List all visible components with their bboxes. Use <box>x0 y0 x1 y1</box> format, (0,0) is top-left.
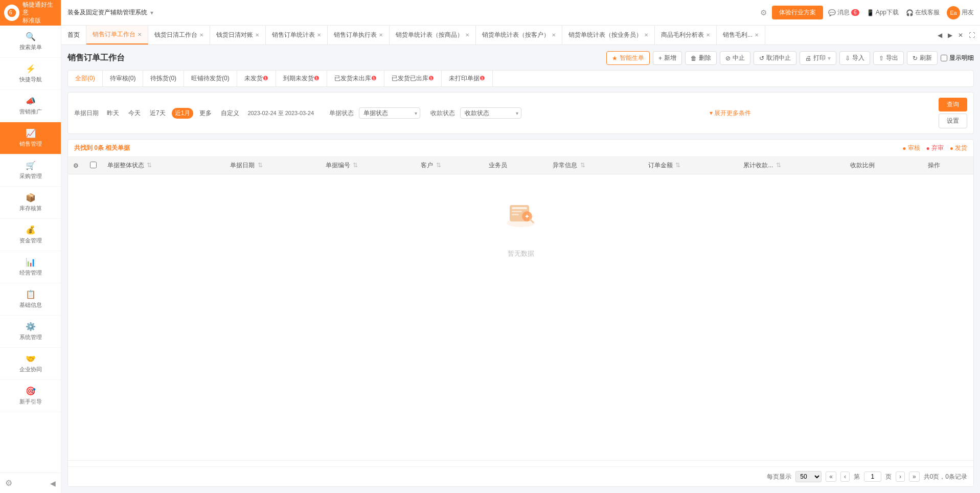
sidebar-item-purchase[interactable]: 🛒 采购管理 <box>0 154 61 187</box>
print-dropdown-icon[interactable]: ▾ <box>828 55 831 62</box>
message-action[interactable]: 💬 消息 6 <box>828 8 859 17</box>
first-page-btn[interactable]: « <box>826 472 836 482</box>
dropdown-arrow-icon[interactable]: ▾ <box>150 9 153 16</box>
tab-close-icon[interactable]: ✕ <box>706 32 710 38</box>
tab-sales-by-product[interactable]: 销货单统计表（按商品） ✕ <box>390 26 476 44</box>
smart-create-btn[interactable]: ★ 智能生单 <box>606 51 650 65</box>
sub-tab-pending-audit[interactable]: 待审核(0) <box>103 71 144 86</box>
online-service-action[interactable]: 🎧 在线客服 <box>906 8 940 17</box>
tab-close-icon[interactable]: ✕ <box>199 32 203 38</box>
next-page-btn[interactable]: › <box>896 472 905 482</box>
tab-order-exec[interactable]: 销售订单执行表 ✕ <box>328 26 390 44</box>
sidebar-item-guide[interactable]: 🎯 新手引导 <box>0 380 61 412</box>
per-page-select[interactable]: 50 100 200 <box>795 471 822 482</box>
query-btn[interactable]: 查询 <box>939 98 967 111</box>
empty-state: 暂无数据 <box>68 174 973 279</box>
payment-select[interactable]: 收款状态 <box>460 107 521 119</box>
sort-date-icon[interactable]: ⇅ <box>258 162 263 169</box>
sub-tab-unprinted[interactable]: 未打印单据❶ <box>442 71 493 86</box>
page-input[interactable] <box>864 472 881 482</box>
sidebar-item-cooperation[interactable]: 🤝 企业协同 <box>0 348 61 380</box>
sidebar-item-operations[interactable]: 📊 经营管理 <box>0 251 61 283</box>
sort-abnormal-icon[interactable]: ⇅ <box>580 162 585 169</box>
sort-cumulative-icon[interactable]: ⇅ <box>776 162 781 169</box>
sidebar-settings-icon[interactable]: ⚙ <box>5 478 12 488</box>
date-btn-1month[interactable]: 近1月 <box>172 108 194 119</box>
sub-tab-all[interactable]: 全部(0) <box>68 71 103 86</box>
unaudit-action-btn[interactable]: ● 弃审 <box>926 144 944 152</box>
last-page-btn[interactable]: » <box>909 472 920 482</box>
tab-nav-next[interactable]: ▶ <box>946 31 954 40</box>
tab-close-icon[interactable]: ✕ <box>755 32 759 38</box>
tab-gross-margin[interactable]: 商品毛利分析表 ✕ <box>655 26 717 44</box>
horizontal-scrollbar[interactable] <box>68 460 973 466</box>
setting-btn[interactable]: 设置 <box>939 114 967 128</box>
sidebar-collapse-icon[interactable]: ◀ <box>50 479 56 487</box>
sidebar-item-search[interactable]: 🔍 搜索菜单 <box>0 26 61 58</box>
tab-daily-clear[interactable]: 钱货日清工作台 ✕ <box>148 26 210 44</box>
tab-close-all[interactable]: ✕ <box>956 31 965 40</box>
sub-tab-pending-pick[interactable]: 待拣货(0) <box>143 71 184 86</box>
tab-close-icon[interactable]: ✕ <box>465 32 469 38</box>
trial-btn[interactable]: 体验行业方案 <box>772 6 823 19</box>
tab-nav-prev[interactable]: ◀ <box>936 31 944 40</box>
ship-action-btn[interactable]: ● 发货 <box>950 144 967 152</box>
cancel-stop-btn[interactable]: ↺ 取消中止 <box>754 51 796 65</box>
th-setting[interactable]: ⚙ <box>68 157 84 174</box>
tab-reconciliation[interactable]: 钱货日清对账 ✕ <box>210 26 266 44</box>
sort-amount-icon[interactable]: ⇅ <box>675 162 680 169</box>
select-all-checkbox[interactable] <box>90 162 97 168</box>
tab-home[interactable]: 首页 <box>61 26 86 44</box>
show-detail-checkbox[interactable] <box>941 55 947 61</box>
sort-customer-icon[interactable]: ⇅ <box>436 162 441 169</box>
sidebar-item-inventory[interactable]: 📦 库存核算 <box>0 187 61 219</box>
sub-tab-unshipped[interactable]: 未发货❶ <box>237 71 276 86</box>
tab-sales-profit[interactable]: 销售毛利... ✕ <box>717 26 765 44</box>
tab-close-icon[interactable]: ✕ <box>255 32 259 38</box>
sidebar-item-finance[interactable]: 💰 资金管理 <box>0 219 61 251</box>
settings-gear-icon[interactable]: ⚙ <box>760 8 767 17</box>
app-download-action[interactable]: 📱 App下载 <box>867 8 899 17</box>
sidebar-item-basic-info[interactable]: 📋 基础信息 <box>0 283 61 316</box>
refresh-btn[interactable]: ↻ 刷新 <box>907 51 938 65</box>
tab-sales-by-salesperson[interactable]: 销货单统计表（按业务员） ✕ <box>562 26 655 44</box>
sub-tab-shipped-not-outbound[interactable]: 已发货未出库❶ <box>327 71 384 86</box>
sub-tab-overdue-unshipped[interactable]: 到期未发货❶ <box>276 71 327 86</box>
date-btn-7days[interactable]: 近7天 <box>147 108 169 119</box>
date-btn-yesterday[interactable]: 昨天 <box>104 108 122 119</box>
expand-filter-btn[interactable]: ▾ 展开更多条件 <box>710 109 751 118</box>
add-btn[interactable]: + 新增 <box>653 51 682 65</box>
sub-tab-shop-ship[interactable]: 旺铺待发货(0) <box>184 71 237 86</box>
sidebar: 6 畅捷通好生意 标准版 🔍 搜索菜单 ⚡ 快捷导航 📣 营销推广 📈 销售管理… <box>0 0 61 493</box>
sidebar-item-system[interactable]: ⚙️ 系统管理 <box>0 316 61 348</box>
tab-close-icon[interactable]: ✕ <box>379 32 383 38</box>
tab-close-icon[interactable]: ✕ <box>138 32 142 37</box>
tab-close-icon[interactable]: ✕ <box>644 32 648 38</box>
print-btn[interactable]: 🖨 打印 ▾ <box>800 51 836 65</box>
delete-btn[interactable]: 🗑 删除 <box>685 51 717 65</box>
tab-fullscreen[interactable]: ⛶ <box>967 31 977 40</box>
sidebar-item-marketing[interactable]: 📣 营销推广 <box>0 90 61 122</box>
sidebar-item-quick-nav[interactable]: ⚡ 快捷导航 <box>0 58 61 90</box>
date-btn-more[interactable]: 更多 <box>196 108 215 119</box>
import-btn[interactable]: ⇩ 导入 <box>839 51 870 65</box>
user-action[interactable]: Ea 用友 <box>947 6 974 19</box>
sidebar-item-sales[interactable]: 📈 销售管理 <box>0 122 61 154</box>
show-detail-label[interactable]: 显示明细 <box>941 54 974 62</box>
sort-status-icon[interactable]: ⇅ <box>147 162 152 169</box>
audit-action-btn[interactable]: ● 审核 <box>902 144 920 152</box>
date-btn-custom[interactable]: 自定义 <box>218 108 242 119</box>
tab-close-icon[interactable]: ✕ <box>552 32 556 38</box>
th-checkbox[interactable] <box>84 157 102 174</box>
status-select[interactable]: 单据状态 <box>359 107 420 119</box>
tab-order-stats[interactable]: 销售订单统计表 ✕ <box>266 26 328 44</box>
export-btn[interactable]: ⇧ 导出 <box>873 51 904 65</box>
tab-close-icon[interactable]: ✕ <box>317 32 321 38</box>
tab-sales-by-customer[interactable]: 销货单统计表（按客户） ✕ <box>476 26 562 44</box>
sort-number-icon[interactable]: ⇅ <box>353 162 358 169</box>
prev-page-btn[interactable]: ‹ <box>840 472 850 482</box>
stop-btn[interactable]: ⊘ 中止 <box>720 51 750 65</box>
tab-sales-order-workbench[interactable]: 销售订单工作台 ✕ <box>86 26 148 44</box>
date-btn-today[interactable]: 今天 <box>125 108 144 119</box>
sub-tab-shipped-outbound[interactable]: 已发货已出库❶ <box>384 71 442 86</box>
